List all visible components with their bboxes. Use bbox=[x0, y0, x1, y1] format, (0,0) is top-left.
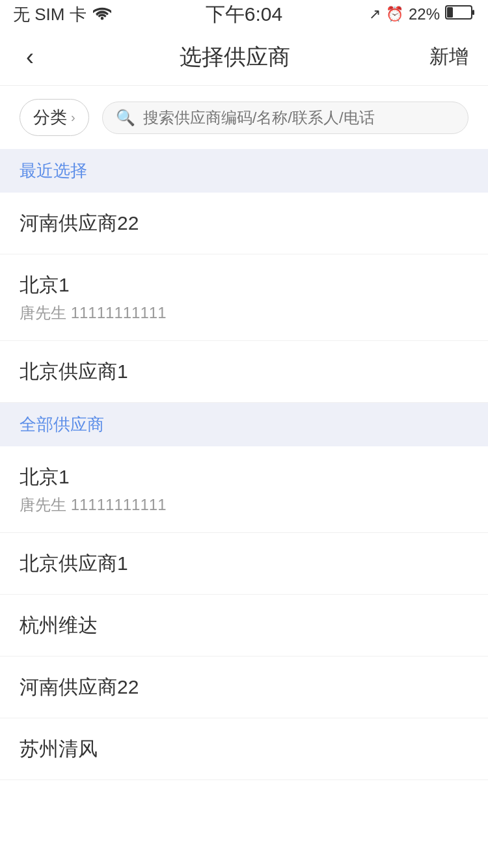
item-name: 北京1 bbox=[20, 463, 468, 491]
item-name: 北京供应商1 bbox=[20, 550, 468, 577]
item-name: 北京供应商1 bbox=[20, 358, 468, 385]
status-bar: 无 SIM 卡 下午6:04 ↗ ⏰ 22% bbox=[0, 0, 488, 29]
recent-section-header: 最近选择 bbox=[0, 149, 488, 193]
status-left: 无 SIM 卡 bbox=[13, 3, 111, 26]
location-icon: ↗ bbox=[369, 6, 381, 23]
item-name: 苏州清风 bbox=[20, 735, 468, 763]
list-item[interactable]: 杭州维达 bbox=[0, 595, 488, 657]
all-list: 北京1唐先生 11111111111北京供应商1杭州维达河南供应商22苏州清风 bbox=[0, 446, 488, 780]
page-title: 选择供应商 bbox=[180, 42, 290, 72]
item-sub: 唐先生 11111111111 bbox=[20, 303, 468, 323]
search-box: 🔍 bbox=[102, 102, 468, 134]
alarm-icon: ⏰ bbox=[386, 6, 403, 23]
list-item[interactable]: 北京1唐先生 11111111111 bbox=[0, 446, 488, 533]
item-name: 杭州维达 bbox=[20, 612, 468, 639]
nav-bar: ‹ 选择供应商 新增 bbox=[0, 29, 488, 86]
item-sub: 唐先生 11111111111 bbox=[20, 495, 468, 515]
add-button[interactable]: 新增 bbox=[429, 44, 468, 70]
svg-rect-2 bbox=[472, 10, 474, 15]
recent-list: 河南供应商22北京1唐先生 11111111111北京供应商1 bbox=[0, 193, 488, 403]
chevron-right-icon: › bbox=[71, 110, 75, 125]
list-item[interactable]: 北京供应商1 bbox=[0, 533, 488, 595]
list-item[interactable]: 北京1唐先生 11111111111 bbox=[0, 254, 488, 341]
battery-text: 22% bbox=[409, 5, 440, 23]
list-item[interactable]: 北京供应商1 bbox=[0, 341, 488, 403]
category-button[interactable]: 分类 › bbox=[20, 99, 89, 136]
item-name: 北京1 bbox=[20, 271, 468, 299]
all-section-header: 全部供应商 bbox=[0, 403, 488, 446]
svg-rect-1 bbox=[447, 7, 453, 18]
category-label: 分类 bbox=[33, 106, 67, 129]
status-right: ↗ ⏰ 22% bbox=[369, 5, 475, 23]
back-button[interactable]: ‹ bbox=[20, 37, 40, 77]
battery-icon bbox=[445, 5, 475, 23]
wifi-icon bbox=[93, 5, 111, 25]
filter-bar: 分类 › 🔍 bbox=[0, 86, 488, 149]
carrier-text: 无 SIM 卡 bbox=[13, 3, 87, 26]
item-name: 河南供应商22 bbox=[20, 673, 468, 701]
list-item[interactable]: 河南供应商22 bbox=[0, 657, 488, 718]
item-name: 河南供应商22 bbox=[20, 210, 468, 237]
status-time: 下午6:04 bbox=[206, 1, 282, 28]
list-item[interactable]: 河南供应商22 bbox=[0, 193, 488, 254]
list-item[interactable]: 苏州清风 bbox=[0, 718, 488, 780]
search-icon: 🔍 bbox=[116, 109, 135, 127]
search-input[interactable] bbox=[143, 109, 455, 127]
